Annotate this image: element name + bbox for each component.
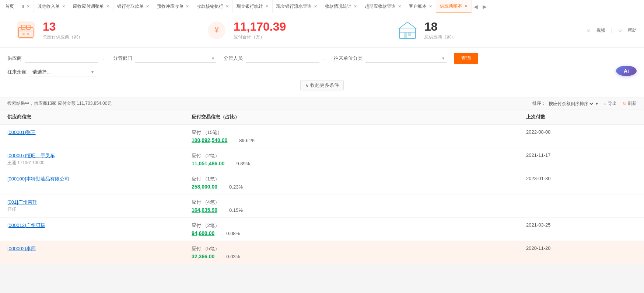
sort-text: 排序：	[532, 100, 546, 107]
nav-tab-overdue-ar-label: 超期应收款查询	[365, 3, 396, 10]
refresh-icon: ↻	[623, 101, 626, 106]
supplier-link[interactable]: [000001]张三	[7, 130, 36, 135]
nav-tab-supplier-ledger[interactable]: 供应商账本 ✕	[436, 0, 472, 13]
last-payment-cell: 2021-03-25	[526, 222, 637, 228]
svg-rect-9	[399, 28, 416, 38]
nav-tab-ar-ap-adjust-close[interactable]: ✕	[106, 4, 109, 9]
chevron-up-icon: ∧	[305, 83, 309, 88]
nav-tab-bank-deposit[interactable]: 银行存取款单 ✕	[113, 0, 153, 13]
filter-balance: 往来余额 请选择...	[7, 68, 96, 76]
nav-tab-overdue-ar[interactable]: 超期应收款查询 ✕	[361, 0, 405, 13]
col-header-last-payment: 上次付数	[526, 114, 637, 120]
nav-tab-customer-ledger[interactable]: 客户账本 ✕	[405, 0, 436, 13]
export-button[interactable]: ○ 导出	[604, 100, 617, 107]
person-input[interactable]	[246, 54, 319, 63]
stat-info-amount: 11,170.39 应付合计（万）	[234, 21, 286, 40]
filter-area: 供应商 ... 分管部门 分管人员 ... 往来单位分类	[0, 48, 644, 97]
supplier-ellipsis-icon[interactable]: ...	[101, 55, 106, 61]
supplier-link[interactable]: [000007]恒旺二手叉车	[7, 153, 55, 158]
transaction-info-cell: 应付 （2笔） 94,600.00 0.08%	[192, 222, 526, 236]
nav-tab-cash-bank-stat-close[interactable]: ✕	[265, 4, 269, 9]
nav-tab-customer-ledger-label: 客户账本	[409, 3, 427, 10]
nav-tab-bank-deposit-close[interactable]: ✕	[146, 4, 149, 9]
sort-label: 排序： 按应付余额倒序排序 ▾	[532, 100, 598, 107]
filter-category: 往来单位分类	[334, 54, 447, 63]
nav-tab-ar-ap-adjust[interactable]: 应收应付调整单 ✕	[69, 0, 113, 13]
stat-card-total-suppliers: 18 总供应商（家）	[389, 19, 580, 41]
trans-label-row: 应付 （2笔）	[192, 222, 526, 229]
table-row[interactable]: [001]广州荣轩 仔仔 应付 （4笔） 164,635.90 0.15%	[0, 194, 644, 218]
table-row[interactable]: [000100]本特勤油品有限公司 应付 （1笔） 258,000.00 0.2…	[0, 171, 644, 194]
nav-tab-home[interactable]: 首页	[1, 0, 18, 13]
trans-amount[interactable]: 32,366.00	[192, 254, 214, 259]
table-row[interactable]: [000012]广州贝瑞 应付 （2笔） 94,600.00 0.08% 202…	[0, 218, 644, 241]
query-button[interactable]: 查询	[454, 53, 478, 64]
supplier-link[interactable]: [000100]本特勤油品有限公司	[7, 176, 69, 182]
nav-tab-supplier-ledger-close[interactable]: ✕	[464, 4, 468, 8]
balance-filter-label: 往来余额	[7, 69, 27, 75]
trans-label: 应付 （4笔）	[192, 199, 220, 205]
nav-tab-prepay-ar-close[interactable]: ✕	[186, 4, 189, 9]
trans-amount[interactable]: 258,000.00	[192, 184, 217, 190]
supplier-link[interactable]: [000012]广州贝瑞	[7, 223, 45, 228]
table-row[interactable]: [000001]张三 应付 （15笔） 100,092,540.00 89.61…	[0, 125, 644, 148]
trans-amount[interactable]: 100,092,540.00	[192, 137, 227, 143]
nav-tab-cash-bank-query[interactable]: 现金银行流水查询 ✕	[273, 0, 321, 13]
supplier-info-cell: [000012]广州贝瑞	[7, 222, 192, 229]
stat-label-amount: 应付合计（万）	[234, 34, 286, 40]
stat-label-payable: 总应付供应商（家）	[43, 34, 83, 40]
refresh-button[interactable]: ↻ 刷新	[623, 100, 637, 107]
supplier-link[interactable]: [000002]李四	[7, 246, 36, 251]
trans-amount[interactable]: 11,051,486.00	[192, 161, 225, 166]
svg-rect-11	[408, 32, 411, 36]
nav-tab-overdue-ar-close[interactable]: ✕	[398, 4, 401, 9]
trans-amount[interactable]: 94,600.00	[192, 230, 214, 236]
amount-icon: ¥	[206, 19, 228, 41]
nav-tab-payment-verify-close[interactable]: ✕	[225, 4, 229, 9]
balance-select[interactable]: 请选择...	[29, 68, 96, 76]
export-icon: ○	[604, 101, 606, 106]
dept-select[interactable]	[135, 54, 216, 63]
nav-tab-customer-ledger-close[interactable]: ✕	[429, 4, 432, 9]
balance-select-wrapper: 请选择...	[29, 68, 96, 76]
nav-tab-prepay-ar[interactable]: 预收冲应收单 ✕	[153, 0, 193, 13]
circle-play-icon: ⊙	[587, 28, 591, 33]
supplier-link[interactable]: [001]广州荣轩	[7, 199, 37, 205]
trans-label: 应付 （1笔）	[192, 176, 220, 182]
video-link[interactable]: 视频	[596, 27, 605, 34]
nav-next-arrow[interactable]: ▶	[480, 0, 489, 13]
nav-tab-3[interactable]: 3 ✕	[18, 0, 34, 13]
category-select[interactable]	[365, 54, 447, 63]
nav-tab-collection-stat-close[interactable]: ✕	[354, 4, 357, 9]
svg-rect-0	[17, 21, 35, 39]
last-payment-cell: 2021-11-17	[526, 152, 637, 158]
person-ellipsis-icon[interactable]: ...	[322, 55, 327, 61]
nav-tab-bank-deposit-label: 银行存取款单	[117, 3, 144, 10]
nav-tab-3-close[interactable]: ✕	[27, 4, 30, 9]
ai-button[interactable]: Ai	[616, 66, 637, 76]
help-link[interactable]: 帮助	[628, 27, 637, 34]
filter-person: 分管人员 ...	[224, 54, 327, 63]
sort-select[interactable]: 按应付余额倒序排序	[547, 101, 594, 107]
trans-label-row: 应付 （4笔）	[192, 199, 526, 206]
nav-tab-payment-verify[interactable]: 收款核销执行 ✕	[193, 0, 233, 13]
nav-tab-cash-bank-query-label: 现金银行流水查询	[276, 3, 312, 10]
table-row[interactable]: [000007]恒旺二手叉车 王通 17106110000 应付 （2笔） 11…	[0, 148, 644, 171]
store-icon	[396, 19, 419, 41]
sort-dropdown-icon[interactable]: ▾	[596, 101, 598, 106]
nav-tab-other-income[interactable]: 其他收入单 ✕	[34, 0, 69, 13]
trans-amount[interactable]: 164,635.90	[192, 207, 217, 213]
table-container: 供应商信息 应付交易信息（占比） 上次付数 [000001]张三 应付 （15笔…	[0, 110, 644, 264]
nav-tab-other-income-close[interactable]: ✕	[62, 4, 65, 9]
nav-tab-cash-bank-stat[interactable]: 现金银行统计 ✕	[233, 0, 273, 13]
supplier-input[interactable]	[25, 54, 98, 63]
supplier-icon-1	[15, 19, 37, 41]
stat-card-payable-amount: ¥ 11,170.39 应付合计（万）	[198, 19, 389, 41]
nav-tab-collection-stat[interactable]: 收款情况统计 ✕	[321, 0, 361, 13]
nav-prev-arrow[interactable]: ◀	[472, 0, 480, 13]
collapse-button[interactable]: ∧ 收起更多条件	[300, 80, 344, 90]
svg-rect-10	[404, 32, 407, 38]
nav-tab-cash-bank-query-close[interactable]: ✕	[314, 4, 317, 9]
table-row[interactable]: [000002]李四 应付 （5笔） 32,366.00 0.03% 2020-…	[0, 241, 644, 264]
col-header-supplier: 供应商信息	[7, 114, 192, 120]
